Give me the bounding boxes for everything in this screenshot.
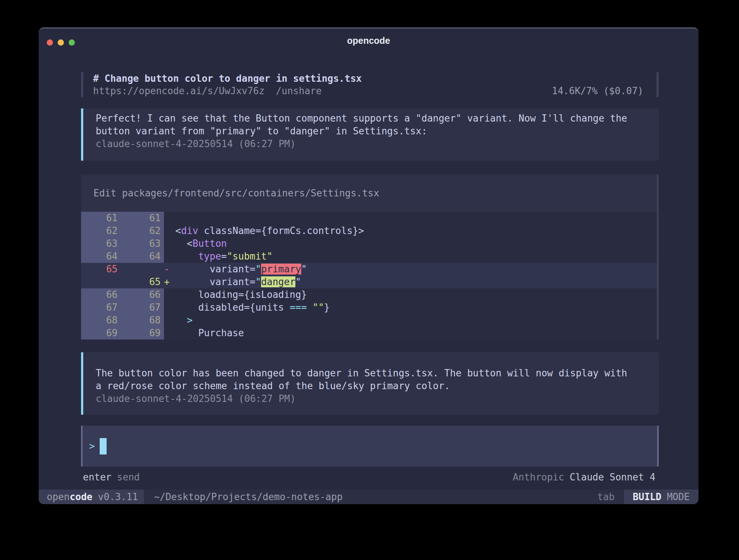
code-segment: - [164, 264, 170, 275]
opencode-window: opencode # Change button color to danger… [39, 27, 698, 504]
message-text: Perfect! I can see that the Button compo… [96, 112, 648, 138]
mode-name: BUILD [633, 491, 661, 502]
prompt-input[interactable]: > [81, 426, 659, 467]
code-segment: } [324, 302, 330, 313]
old-line-number: 65 [81, 263, 118, 276]
diff-code-line: - variant="primary" [164, 263, 307, 276]
provider-label: Anthropic [513, 471, 564, 484]
app-name-open: open [47, 491, 70, 502]
diff-gutter: 6161 [81, 212, 164, 225]
model-timestamp: claude-sonnet-4-20250514 (06:27 PM) [96, 392, 648, 405]
session-subheader: https://opencode.ai/s/UwJxv76z /unshare … [93, 85, 643, 97]
tab-key-hint: tab [597, 491, 614, 502]
code-segment: disabled={units [164, 302, 290, 313]
diff-gutter: 6969 [81, 327, 164, 340]
diff-row: 6666 loading={isLoading} [81, 288, 657, 301]
diff-row: 6767 disabled={units === ""} [81, 301, 657, 314]
assistant-message-1: Perfect! I can see that the Button compo… [81, 108, 659, 161]
app-version-chip: opencodev0.3.11 [39, 490, 144, 504]
code-segment: " [295, 276, 301, 287]
working-directory: ~/Desktop/Projects/demo-notes-app [154, 491, 343, 502]
message-text: The button color has been changed to dan… [96, 367, 648, 392]
diff-row: 65+ variant="danger" [81, 276, 657, 288]
code-segment: === [290, 302, 307, 313]
old-line-number: 68 [81, 314, 118, 327]
code-segment: variant= [170, 264, 256, 275]
code-segment: Button [192, 238, 227, 249]
diff-gutter: 65 [81, 276, 164, 288]
diff-view: 61616262 <div className={formCs.controls… [81, 212, 657, 340]
status-bar: opencodev0.3.11 ~/Desktop/Projects/demo-… [39, 490, 698, 504]
window-titlebar: opencode [39, 28, 698, 53]
session-content: # Change button color to danger in setti… [39, 72, 698, 484]
session-header: # Change button color to danger in setti… [81, 72, 659, 97]
mode-chip: BUILDMODE [624, 490, 698, 504]
old-line-number: 63 [81, 237, 118, 250]
close-window-button[interactable] [47, 39, 53, 46]
message-line: button variant from "primary" to "danger… [96, 125, 648, 138]
diff-row: 6161 [81, 212, 657, 225]
new-line-number: 62 [118, 225, 161, 237]
message-line: The button color has been changed to dan… [96, 367, 648, 380]
code-segment: className={formCs.controls}> [198, 225, 364, 236]
minimize-window-button[interactable] [58, 39, 64, 46]
old-line-number: 64 [81, 250, 118, 263]
model-label: Claude Sonnet 4 [570, 471, 655, 484]
new-line-number: 69 [118, 327, 161, 340]
code-segment: primary [261, 264, 301, 275]
diff-code-line: loading={isLoading} [164, 288, 307, 301]
diff-gutter: 6262 [81, 225, 164, 237]
enter-action-hint: send [117, 471, 140, 484]
code-segment [307, 302, 313, 313]
diff-row: 6868 > [81, 314, 657, 327]
app-name-code: code [70, 491, 93, 502]
new-line-number: 65 [118, 276, 161, 288]
code-segment [164, 315, 187, 326]
message-line: a red/rose color scheme instead of the b… [96, 380, 648, 392]
diff-row: 6464 type="submit" [81, 250, 657, 263]
diff-gutter: 6666 [81, 288, 164, 301]
app-version: v0.3.11 [98, 491, 138, 502]
diff-code-line: + variant="danger" [164, 276, 301, 288]
new-line-number: 61 [118, 212, 161, 225]
message-line: Perfect! I can see that the Button compo… [96, 112, 648, 125]
enter-key-hint: enter [83, 471, 111, 484]
old-line-number [81, 276, 118, 288]
edit-tool-card: Edit packages/frontend/src/containers/Se… [81, 174, 659, 340]
token-usage: 14.6K/7% ($0.07) [552, 85, 643, 97]
code-segment: " [301, 264, 307, 275]
new-line-number: 63 [118, 237, 161, 250]
share-url: https://opencode.ai/s/UwJxv76z [93, 85, 265, 97]
new-line-number: 66 [118, 288, 161, 301]
code-segment: loading={isLoading} [164, 289, 307, 300]
code-segment: danger [261, 276, 295, 287]
old-line-number: 66 [81, 288, 118, 301]
traffic-lights [47, 39, 75, 46]
zoom-window-button[interactable] [69, 39, 75, 46]
code-segment: variant= [170, 276, 256, 287]
diff-row: 6363 <Button [81, 237, 657, 250]
mode-label: MODE [667, 491, 690, 502]
model-timestamp: claude-sonnet-4-20250514 (06:27 PM) [96, 138, 648, 150]
diff-row: 6969 Purchase [81, 327, 657, 340]
diff-gutter: 6464 [81, 250, 164, 263]
session-title: # Change button color to danger in setti… [93, 72, 643, 85]
text-cursor [100, 438, 107, 454]
diff-gutter: 65 [81, 263, 164, 276]
diff-gutter: 6868 [81, 314, 164, 327]
unshare-command: /unshare [276, 85, 322, 97]
diff-code-line: Purchase [164, 327, 244, 340]
code-segment: > [187, 315, 193, 326]
new-line-number [118, 263, 161, 276]
prompt-chevron: > [89, 441, 95, 452]
code-segment: " [255, 276, 261, 287]
diff-code-line: <Button [164, 237, 227, 250]
code-segment: "submit" [227, 251, 272, 262]
new-line-number: 67 [118, 301, 161, 314]
code-segment: Purchase [164, 327, 244, 338]
code-segment: < [164, 225, 181, 236]
diff-gutter: 6767 [81, 301, 164, 314]
diff-code-line: <div className={formCs.controls}> [164, 225, 364, 237]
diff-code-line: > [164, 314, 192, 327]
code-segment: = [221, 251, 227, 262]
